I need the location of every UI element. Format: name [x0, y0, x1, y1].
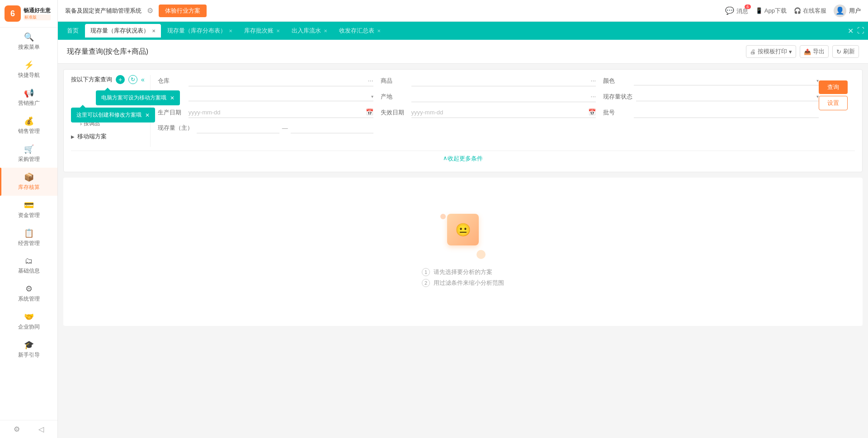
- prod-date-input[interactable]: yyyy-mm-dd 📅: [189, 107, 373, 118]
- batch-label: 批号: [603, 108, 630, 117]
- tab-inout[interactable]: 出入库流水 ✕: [286, 24, 333, 38]
- tab-fullscreen-icon[interactable]: ⛶: [857, 27, 864, 35]
- warehouse-select[interactable]: ···: [189, 75, 373, 86]
- operations-icon: 📋: [24, 228, 34, 238]
- tabs-right-actions: ✕ ⛶: [848, 27, 864, 35]
- main-area: 装备及固定资产辅助管理系统 ⚙ 体验行业方案 💬 6 消息 📱 App下载 🎧 …: [58, 0, 868, 438]
- online-service-btn[interactable]: 🎧 在线客服: [794, 7, 826, 15]
- filter-row-origin: 产地 ···: [381, 91, 596, 102]
- sidebar-item-guide[interactable]: 🎓 新手引导: [0, 335, 57, 363]
- sidebar: 6 畅通好生意 标准版 🔍 搜索菜单 ⚡ 快捷导航 📢 营销推广 💰 销售管理 …: [0, 0, 58, 438]
- sidebar-logo: 6 畅通好生意 标准版: [0, 0, 57, 28]
- reset-btn[interactable]: 设置: [819, 96, 848, 110]
- warehouse-dots-icon[interactable]: ···: [368, 77, 373, 84]
- sidebar-bottom: ⚙ ◁: [0, 420, 57, 438]
- sidebar-item-marketing[interactable]: 📢 营销推广: [0, 84, 57, 112]
- sidebar-item-label-operations: 经营管理: [18, 240, 40, 247]
- filter-panel: 按以下方案查询 + ↻ « 电脑方案可设为移动方案哦 ✕ 这里可以创: [63, 69, 863, 172]
- tooltip-edit-scheme: 这里可以创建和修改方案哦 ✕: [71, 108, 155, 122]
- guide-icon: 🎓: [24, 340, 34, 350]
- logo-title: 畅通好生意: [24, 7, 51, 14]
- stock-qty-label: 现存量（主）: [158, 124, 193, 132]
- header-left: 装备及固定资产辅助管理系统 ⚙ 体验行业方案: [65, 5, 207, 17]
- filter-row-warehouse: 仓库 ···: [158, 75, 373, 86]
- tooltip-desktop-scheme: 电脑方案可设为移动方案哦 ✕: [96, 90, 180, 105]
- purchase-icon: 🛒: [24, 144, 34, 154]
- print-btn[interactable]: 🖨 按模板打印 ▾: [746, 45, 796, 58]
- sidebar-item-search[interactable]: 🔍 搜索菜单: [0, 28, 57, 56]
- finance-icon: 💳: [24, 200, 34, 210]
- tab-close-inventory-dist[interactable]: ✕: [229, 28, 232, 33]
- sidebar-settings-btn[interactable]: ⚙: [14, 425, 20, 433]
- sidebar-item-sales[interactable]: 💰 销售管理: [0, 112, 57, 140]
- stock-status-select[interactable]: ▾: [636, 92, 819, 101]
- query-btn-group: 查询 设置: [819, 80, 848, 110]
- origin-select[interactable]: ···: [411, 91, 596, 102]
- page-header: 现存量查询(按仓库+商品) 🖨 按模板打印 ▾ 📤 导出 ↻ 刷新: [58, 40, 868, 64]
- filter-back-btn[interactable]: «: [141, 76, 145, 83]
- page-content: 现存量查询(按仓库+商品) 🖨 按模板打印 ▾ 📤 导出 ↻ 刷新: [58, 40, 868, 438]
- sidebar-item-quick[interactable]: ⚡ 快捷导航: [0, 56, 57, 84]
- color-select[interactable]: ▾: [634, 76, 819, 85]
- tab-close-summary[interactable]: ✕: [377, 28, 381, 33]
- exp-date-calendar-icon[interactable]: 📅: [588, 108, 596, 116]
- header-gear-icon[interactable]: ⚙: [147, 6, 153, 15]
- tab-label-inout: 出入库流水: [292, 27, 321, 35]
- collapse-btn[interactable]: ∧ 收起更多条件: [71, 151, 855, 166]
- refresh-btn[interactable]: ↻ 刷新: [832, 45, 859, 58]
- search-btn[interactable]: 查询: [819, 80, 848, 94]
- goods-select[interactable]: ···: [411, 75, 596, 86]
- size-select[interactable]: ▾: [189, 92, 373, 101]
- sidebar-item-inventory[interactable]: 📦 库存核算: [0, 168, 57, 196]
- sidebar-item-label-finance: 资金管理: [18, 212, 40, 219]
- industry-btn[interactable]: 体验行业方案: [159, 5, 207, 17]
- user-menu[interactable]: 👤 用户: [834, 5, 861, 17]
- scheme-group-mobile-header[interactable]: ▶ 移动端方案: [71, 131, 145, 142]
- sidebar-collapse-btn[interactable]: ◁: [38, 425, 44, 433]
- tab-batch[interactable]: 库存批次账 ✕: [239, 24, 285, 38]
- tab-summary[interactable]: 收发存汇总表 ✕: [334, 24, 386, 38]
- empty-text: 1 请先选择要分析的方案 2 用过滤条件来缩小分析范围: [422, 268, 504, 290]
- stock-qty-max[interactable]: [291, 122, 373, 133]
- origin-dots-icon[interactable]: ···: [591, 93, 596, 100]
- exp-date-input[interactable]: yyyy-mm-dd 📅: [411, 107, 596, 118]
- stock-qty-min[interactable]: [197, 122, 279, 133]
- tab-close-inventory-status[interactable]: ✕: [152, 28, 156, 33]
- batch-input[interactable]: [634, 107, 819, 118]
- page-title: 现存量查询(按仓库+商品): [67, 47, 148, 57]
- sidebar-item-label-basic: 基础信息: [18, 267, 40, 275]
- tab-inventory-dist[interactable]: 现存量（库存分布表） ✕: [162, 24, 238, 38]
- empty-step-2: 2 用过滤条件来缩小分析范围: [422, 279, 504, 287]
- sidebar-item-basic[interactable]: 🗂 基础信息: [0, 252, 57, 279]
- stock-qty-range: —: [197, 122, 373, 133]
- app-download-btn[interactable]: 📱 App下载: [755, 7, 787, 15]
- export-btn[interactable]: 📤 导出: [800, 45, 829, 58]
- inventory-icon: 📦: [24, 172, 34, 182]
- scheme-group-mobile: ▶ 移动端方案: [71, 131, 145, 142]
- sidebar-item-system[interactable]: ⚙ 系统管理: [0, 279, 57, 307]
- empty-state: 😐 1 请先选择要分析的方案 2 用过滤条件来缩小分析范围: [63, 178, 863, 326]
- tooltip1-close-btn[interactable]: ✕: [170, 95, 175, 101]
- tooltip2-close-btn[interactable]: ✕: [145, 112, 150, 118]
- filter-refresh-btn[interactable]: ↻: [128, 75, 137, 84]
- prod-date-calendar-icon[interactable]: 📅: [366, 108, 373, 116]
- filter-add-btn[interactable]: +: [116, 75, 125, 84]
- sidebar-nav: 🔍 搜索菜单 ⚡ 快捷导航 📢 营销推广 💰 销售管理 🛒 采购管理 📦 库存核…: [0, 28, 57, 420]
- tab-inventory-status[interactable]: 现存量（库存状况表） ✕: [85, 24, 161, 38]
- sidebar-item-purchase[interactable]: 🛒 采购管理: [0, 140, 57, 168]
- sidebar-item-enterprise[interactable]: 🤝 企业协同: [0, 307, 57, 335]
- goods-dots-icon[interactable]: ···: [591, 77, 596, 84]
- step-1-label: 请先选择要分析的方案: [434, 268, 492, 276]
- sidebar-item-operations[interactable]: 📋 经营管理: [0, 224, 57, 252]
- tab-home[interactable]: 首页: [61, 24, 84, 38]
- notice-btn[interactable]: 💬 6 消息: [725, 6, 748, 15]
- prod-date-value: yyyy-mm-dd: [189, 109, 221, 116]
- header-right: 💬 6 消息 📱 App下载 🎧 在线客服 👤 用户: [725, 5, 861, 17]
- tab-close-all-icon[interactable]: ✕: [848, 27, 854, 35]
- filter-row-color: 颜色 ▾: [603, 75, 819, 86]
- sidebar-item-label-sales: 销售管理: [18, 127, 40, 135]
- sidebar-item-finance[interactable]: 💳 资金管理: [0, 196, 57, 224]
- tab-label-inventory-dist: 现存量（库存分布表）: [167, 27, 226, 35]
- tab-close-batch[interactable]: ✕: [276, 28, 280, 33]
- tab-close-inout[interactable]: ✕: [324, 28, 327, 33]
